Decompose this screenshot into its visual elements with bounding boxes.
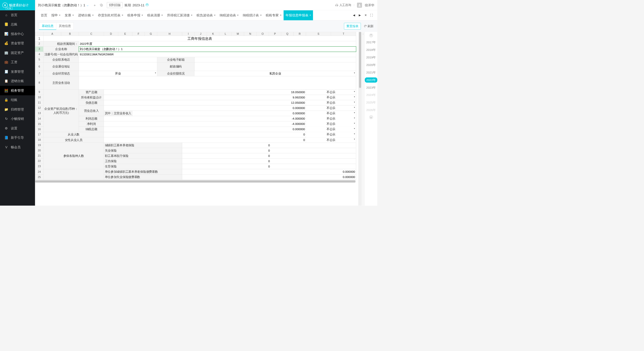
company-name-cell[interactable]: 刘小艳演示账套（勿删勿动！）1 xyxy=(79,46,356,52)
tab-close-icon[interactable]: × xyxy=(72,14,74,17)
sidebar-item-6[interactable]: 🧾发票管理 xyxy=(0,67,35,76)
row-header-14[interactable]: 14 xyxy=(35,116,44,121)
row-header-8[interactable]: 8 xyxy=(35,76,44,90)
col-header-R[interactable]: R xyxy=(294,32,306,36)
collapse-handle[interactable]: ‹ xyxy=(361,32,365,206)
row-header-11[interactable]: 11 xyxy=(35,100,44,106)
col-header-M[interactable]: M xyxy=(232,32,244,36)
username[interactable]: 徐泽华 xyxy=(365,3,375,7)
row-header-9[interactable]: 9 xyxy=(35,89,44,95)
consult-button[interactable]: 人工咨询 xyxy=(335,3,351,7)
publish-select-11[interactable]: 不公示 xyxy=(306,100,356,106)
tab-close-icon[interactable]: × xyxy=(59,14,60,17)
tab-close-icon[interactable]: × xyxy=(280,14,281,17)
row-header-22[interactable]: 22 xyxy=(35,159,44,164)
col-header-F[interactable]: F xyxy=(132,32,145,36)
gear-icon[interactable] xyxy=(99,3,104,8)
col-header-B[interactable]: B xyxy=(61,32,79,36)
row-header-3[interactable]: 3 xyxy=(35,46,44,52)
account-selector[interactable]: 刘小艳演示账套（勿删勿动！）1 xyxy=(38,3,85,7)
sidebar-item-8[interactable]: 🧮税务管理 xyxy=(0,86,35,95)
row-header-17[interactable]: 17 xyxy=(35,132,44,137)
publish-select-14[interactable]: 不公示 xyxy=(306,116,356,121)
row-header-7[interactable]: 7 xyxy=(35,71,44,76)
chevron-down-icon[interactable]: ⌵ xyxy=(87,4,88,7)
tab-close-icon[interactable]: × xyxy=(161,14,163,17)
row-header-12[interactable]: 12 xyxy=(35,106,44,111)
row-header-20[interactable]: 20 xyxy=(35,148,44,153)
col-header-P[interactable]: P xyxy=(269,32,281,36)
col-header-T[interactable]: T xyxy=(331,32,356,36)
sidebar-item-3[interactable]: 💰资金管理 xyxy=(0,39,35,48)
fullscreen-icon[interactable]: ⛶ xyxy=(369,13,374,18)
tab-close-icon[interactable]: × xyxy=(92,14,94,17)
year-2023年[interactable]: 2023年 xyxy=(365,85,377,90)
tab-close-icon[interactable]: × xyxy=(142,14,143,17)
sidebar-item-4[interactable]: 🏢固定资产 xyxy=(0,48,35,57)
tab-7[interactable]: 所得税汇算清缴× xyxy=(165,10,194,20)
holding-type-select[interactable]: 私营企业 xyxy=(194,71,356,76)
sidebar-item-13[interactable]: 📘新手引导 xyxy=(0,133,35,142)
period-value[interactable]: 2023-11 xyxy=(133,3,144,7)
tab-0[interactable]: 首页 xyxy=(39,10,49,20)
refresh-button[interactable]: 刷新 xyxy=(364,24,374,28)
tab-3[interactable]: 进销台账× xyxy=(76,10,96,20)
row-header-2[interactable]: 2 xyxy=(35,41,44,46)
tab-close-icon[interactable]: × xyxy=(122,14,123,17)
tab-prev-icon[interactable]: ◀ xyxy=(352,13,356,18)
row-header-16[interactable]: 16 xyxy=(35,127,44,132)
row-header-1[interactable]: 1 xyxy=(35,36,44,41)
tab-close-icon[interactable]: × xyxy=(237,14,238,17)
sidebar-item-7[interactable]: 📋进销台账 xyxy=(0,76,35,86)
sidebar-item-1[interactable]: 📒总账 xyxy=(0,20,35,29)
tab-5[interactable]: 税务申报× xyxy=(125,10,145,20)
year-down-icon[interactable]: ⌄ xyxy=(369,115,373,119)
row-header-10[interactable]: 10 xyxy=(35,95,44,100)
h-scrollbar[interactable] xyxy=(35,180,355,183)
avatar-icon[interactable] xyxy=(357,3,362,8)
col-header-C[interactable]: C xyxy=(79,32,104,36)
spreadsheet[interactable]: ABCDEFGHIJKLMNOPQRST1工商年报信息表2税款所属期间：2022… xyxy=(35,32,358,206)
row-header-13[interactable]: 13 xyxy=(35,111,44,116)
publish-select-9[interactable]: 不公示 xyxy=(306,89,356,95)
publish-select-12[interactable]: 不公示 xyxy=(306,106,356,111)
year-2017年[interactable]: 2017年 xyxy=(365,40,377,45)
row-header-6[interactable]: 6 xyxy=(35,62,44,71)
col-header-D[interactable]: D xyxy=(104,32,118,36)
year-2018年[interactable]: 2018年 xyxy=(365,47,377,53)
col-header-J[interactable]: J xyxy=(194,32,207,36)
row-header-4[interactable]: 4 xyxy=(35,52,44,57)
year-2019年[interactable]: 2019年 xyxy=(365,55,377,60)
row-header-24[interactable]: 24 xyxy=(35,169,44,174)
col-header-A[interactable]: A xyxy=(44,32,61,36)
row-header-23[interactable]: 23 xyxy=(35,164,44,169)
reset-report-button[interactable]: 重置报表 xyxy=(344,23,361,29)
tab-9[interactable]: 纳税波动表× xyxy=(218,10,241,20)
tab-10[interactable]: 纳税统计表× xyxy=(241,10,264,20)
sidebar-item-5[interactable]: 💼工资 xyxy=(0,58,35,67)
publish-select-16[interactable]: 不公示 xyxy=(306,127,356,132)
sidebar-item-14[interactable]: V畅会员 xyxy=(0,143,35,152)
tab-12[interactable]: 年报信息申报表× xyxy=(284,10,313,20)
tab-11[interactable]: 税检专家× xyxy=(264,10,284,20)
col-header-S[interactable]: S xyxy=(306,32,331,36)
tab-close-icon[interactable]: × xyxy=(260,14,262,17)
year-2020年[interactable]: 2020年 xyxy=(365,62,377,68)
row-header-25[interactable]: 25 xyxy=(35,174,44,180)
year-2022年[interactable]: 2022年 xyxy=(365,78,377,83)
col-header-I[interactable]: I xyxy=(182,32,194,36)
row-header-19[interactable]: 19 xyxy=(35,143,44,148)
sidebar-item-10[interactable]: 📁归档管理 xyxy=(0,105,35,114)
v-scrollbar[interactable] xyxy=(358,32,361,206)
col-header-L[interactable]: L xyxy=(219,32,232,36)
publish-select-15[interactable]: 不公示 xyxy=(306,121,356,127)
sidebar-item-2[interactable]: 📊报表中心 xyxy=(0,29,35,39)
sub-tab-other[interactable]: 其他信息 xyxy=(56,22,74,30)
row-header-21[interactable]: 21 xyxy=(35,153,44,158)
sidebar-item-11[interactable]: ↻小畅报销 xyxy=(0,114,35,123)
row-header-18[interactable]: 18 xyxy=(35,137,44,143)
tab-8[interactable]: 税负波动表× xyxy=(194,10,218,20)
year-2025年[interactable]: 2025年 xyxy=(365,100,377,105)
row-header-5[interactable]: 5 xyxy=(35,57,44,62)
col-header-O[interactable]: O xyxy=(256,32,269,36)
